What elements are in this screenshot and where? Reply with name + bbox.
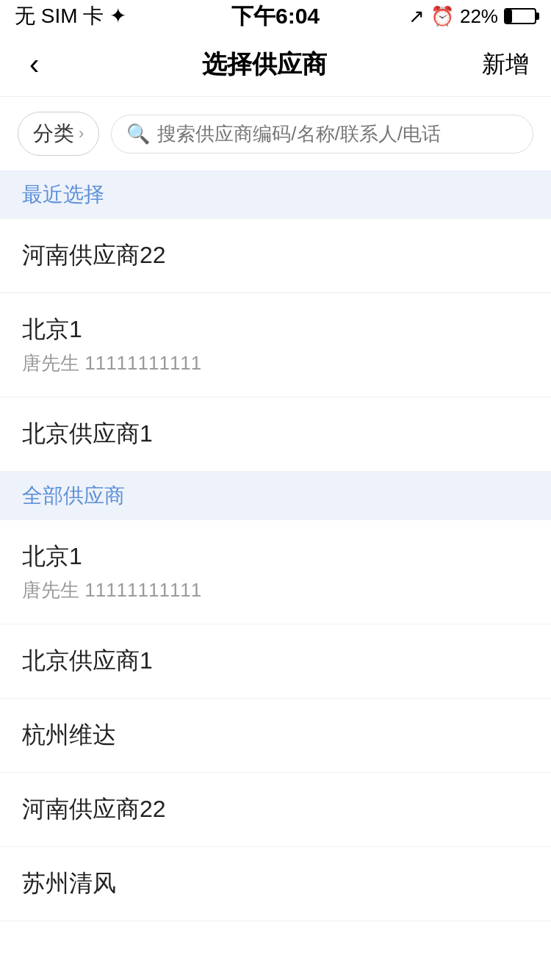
item-sub: 唐先生 11111111111: [22, 577, 529, 603]
location-icon: ↗: [408, 5, 425, 28]
search-wrapper: 🔍: [111, 115, 533, 154]
item-name: 北京1: [22, 541, 529, 573]
item-name: 北京供应商1: [22, 645, 529, 677]
recent-section-title: 最近选择: [22, 183, 104, 206]
back-button[interactable]: ‹: [22, 40, 46, 88]
status-carrier: 无 SIM 卡 ✦: [15, 2, 126, 30]
list-item[interactable]: 北京供应商1: [0, 397, 551, 472]
status-bar: 无 SIM 卡 ✦ 下午6:04 ↗ ⏰ 22%: [0, 0, 551, 32]
status-icons: ↗ ⏰ 22%: [408, 5, 536, 28]
category-label: 分类: [33, 120, 74, 148]
item-name: 杭州维达: [22, 719, 529, 752]
all-section-title: 全部供应商: [22, 484, 125, 507]
list-item[interactable]: 河南供应商22: [0, 773, 551, 847]
status-time: 下午6:04: [231, 1, 320, 32]
list-item[interactable]: 北京供应商1: [0, 624, 551, 699]
nav-bar: ‹ 选择供应商 新增: [0, 32, 551, 97]
list-item[interactable]: 北京1 唐先生 11111111111: [0, 520, 551, 624]
list-item[interactable]: 河南供应商22: [0, 219, 551, 293]
item-name: 河南供应商22: [22, 239, 529, 272]
chevron-right-icon: ›: [79, 124, 84, 143]
recent-list: 河南供应商22 北京1 唐先生 11111111111 北京供应商1: [0, 219, 551, 472]
item-name: 苏州清风: [22, 868, 529, 900]
battery-icon: [504, 8, 536, 24]
item-name: 北京1: [22, 314, 529, 346]
battery-percent: 22%: [460, 5, 498, 28]
alarm-icon: ⏰: [431, 5, 454, 28]
all-section-header: 全部供应商: [0, 472, 551, 520]
list-item[interactable]: 杭州维达: [0, 699, 551, 773]
item-sub: 唐先生 11111111111: [22, 350, 529, 376]
page-title: 选择供应商: [202, 48, 327, 82]
add-button[interactable]: 新增: [482, 48, 529, 81]
all-list: 北京1 唐先生 11111111111 北京供应商1 杭州维达 河南供应商22 …: [0, 520, 551, 921]
recent-section-header: 最近选择: [0, 170, 551, 219]
item-name: 河南供应商22: [22, 793, 529, 826]
search-bar: 分类 › 🔍: [0, 97, 551, 170]
search-input[interactable]: [157, 123, 518, 145]
category-button[interactable]: 分类 ›: [18, 112, 99, 156]
search-icon: 🔍: [126, 123, 150, 145]
list-item[interactable]: 北京1 唐先生 11111111111: [0, 293, 551, 397]
item-name: 北京供应商1: [22, 418, 529, 450]
list-item[interactable]: 苏州清风: [0, 847, 551, 921]
